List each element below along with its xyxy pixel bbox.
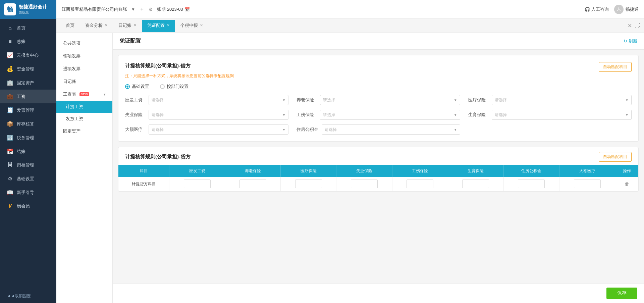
th-daejiliao: 大额医疗 <box>559 165 615 177</box>
service-button[interactable]: 🎧 人工咨询 <box>585 6 609 12</box>
select-shengyu[interactable]: 请选择 ▼ <box>492 110 632 120</box>
submenu-item-sales-invoice[interactable]: 销项发票 <box>56 50 112 62</box>
cancel-fixed-button[interactable]: ◄◄取消固定 <box>0 289 56 303</box>
submenu-item-accrual-salary[interactable]: 计提工资 <box>56 101 112 113</box>
td-yiliao[interactable] <box>281 177 336 191</box>
select-yingfa[interactable]: 请选择 ▼ <box>149 95 288 105</box>
td-zhufang[interactable] <box>503 177 559 191</box>
sidebar-item-tax[interactable]: 🔢 税务管理 <box>0 131 56 145</box>
company-dropdown-icon[interactable]: ▼ <box>131 7 135 12</box>
input-yanglao[interactable] <box>239 180 266 188</box>
select-arrow-icon: ▼ <box>454 113 457 117</box>
sidebar-item-assets[interactable]: 🏢 固定资产 <box>0 76 56 90</box>
auto-match-debit-button[interactable]: 自动匹配科目 <box>599 62 632 72</box>
auto-match-credit-button[interactable]: 自动匹配科目 <box>599 152 632 162</box>
reports-icon: 📈 <box>7 52 13 58</box>
select-arrow-icon: ▼ <box>454 98 457 102</box>
tab-fund-analysis[interactable]: 资金分析 ✕ <box>80 20 113 32</box>
select-yiliao[interactable]: 请选择 ▼ <box>492 95 632 105</box>
settings-icon: ⚙ <box>7 175 13 182</box>
select-zhufang[interactable]: 请选择 ▼ <box>322 124 460 135</box>
input-shengyu[interactable] <box>462 180 489 188</box>
input-yingfa[interactable] <box>184 180 211 188</box>
tax-icon: 🔢 <box>7 135 13 141</box>
user-info[interactable]: 人 畅捷通 <box>614 5 639 14</box>
td-shiye[interactable] <box>336 177 392 191</box>
radio-basic-label: 基础设置 <box>132 84 149 90</box>
sidebar-item-label: 工资 <box>17 94 25 100</box>
topbar-right: 🎧 人工咨询 人 畅捷通 <box>585 5 639 14</box>
submenu-label: 进项发票 <box>63 66 80 72</box>
delete-row-icon[interactable]: 🗑 <box>625 181 629 187</box>
input-daejiliao[interactable] <box>574 180 601 188</box>
settings-gear-icon[interactable]: ⚙ <box>149 7 153 12</box>
input-zhufang[interactable] <box>518 180 545 188</box>
select-shiye[interactable]: 请选择 ▼ <box>149 110 288 120</box>
radio-department[interactable]: 按部门设置 <box>160 84 189 90</box>
input-gongshang[interactable] <box>407 180 433 188</box>
maximize-icon[interactable]: ⛶ <box>635 22 640 29</box>
select-gongshang[interactable]: 请选择 ▼ <box>320 110 460 120</box>
tab-close-icon[interactable]: ✕ <box>200 23 203 28</box>
td-action[interactable]: 🗑 <box>615 177 638 191</box>
select-arrow-icon: ▼ <box>282 98 285 102</box>
sidebar-item-invoice[interactable]: 🧾 发票管理 <box>0 103 56 117</box>
sidebar-item-guide[interactable]: 📖 新手引导 <box>0 186 56 199</box>
close-tab-icon[interactable]: ✕ <box>628 22 632 29</box>
tab-journal-label: 日记账 <box>118 22 131 29</box>
avatar: 人 <box>614 5 624 14</box>
radio-basic[interactable]: 基础设置 <box>125 84 149 90</box>
radio-group-debit: 基础设置 按部门设置 <box>125 84 632 90</box>
select-daejiliao[interactable]: 请选择 ▼ <box>149 124 288 135</box>
tab-close-icon[interactable]: ✕ <box>167 23 170 28</box>
save-button[interactable]: 保存 <box>606 288 637 299</box>
submenu-item-journal[interactable]: 日记账 <box>56 75 112 88</box>
period-value: 2023-03 <box>167 7 183 12</box>
input-yiliao[interactable] <box>295 180 322 188</box>
debit-fields: 应发工资 请选择 ▼ 养老保险 请选择 ▼ <box>125 95 632 135</box>
td-yingfa[interactable] <box>169 177 225 191</box>
submenu-item-public[interactable]: 公共选项 <box>56 37 112 50</box>
tab-tax-report[interactable]: 个税申报 ✕ <box>175 20 208 32</box>
input-shiye[interactable] <box>351 180 378 188</box>
sidebar-item-salary[interactable]: 💼 工资 <box>0 90 56 103</box>
sidebar-item-settings[interactable]: ⚙ 基础设置 <box>0 172 56 186</box>
tab-close-icon[interactable]: ✕ <box>105 23 108 28</box>
tab-voucher-config[interactable]: 凭证配置 ✕ <box>142 20 175 32</box>
sidebar-item-label: 库存核算 <box>17 121 34 127</box>
sidebar-item-inventory[interactable]: 📦 库存核算 <box>0 117 56 131</box>
tab-close-icon[interactable]: ✕ <box>133 23 137 28</box>
td-yanglao[interactable] <box>225 177 281 191</box>
sidebar-item-funds[interactable]: 💰 资金管理 <box>0 62 56 76</box>
refresh-button[interactable]: ↻ 刷新 <box>624 38 637 44</box>
sidebar-item-archive[interactable]: 🗄 归档管理 <box>0 158 56 172</box>
td-shengyu[interactable] <box>448 177 503 191</box>
sidebar-item-ledger[interactable]: ≡ 总账 <box>0 35 56 48</box>
ledger-icon: ≡ <box>7 39 13 45</box>
tab-journal[interactable]: 日记账 ✕ <box>113 20 142 32</box>
logo-icon: 畅 <box>4 3 16 15</box>
sidebar-item-vip[interactable]: V 畅会员 <box>0 199 56 213</box>
calendar-icon[interactable]: 📅 <box>184 7 190 12</box>
expand-icon[interactable]: ▾ <box>104 92 106 97</box>
submenu-item-salary-sheet[interactable]: 工资表 NEW ▾ <box>56 88 112 101</box>
panel-body: 计提核算规则(公司承担)-借方 自动匹配科目 注：只能选择一种方式，系统将按照您… <box>113 50 644 283</box>
salary-icon: 💼 <box>7 93 13 100</box>
sidebar-item-home[interactable]: ⌂ 首页 <box>0 21 56 35</box>
tab-home[interactable]: 首页 <box>60 20 80 32</box>
sidebar-item-reports[interactable]: 📈 云报表中心 <box>0 48 56 62</box>
credit-section-header: 计提核算规则(公司承担)-贷方 自动匹配科目 <box>118 147 638 165</box>
td-gongshang[interactable] <box>392 177 448 191</box>
add-button[interactable]: ＋ <box>139 6 145 13</box>
th-subject: 科目 <box>118 165 169 177</box>
select-shiye-placeholder: 请选择 <box>152 112 164 118</box>
sidebar-item-closing[interactable]: 📅 结账 <box>0 145 56 158</box>
th-zhufang: 住房公积金 <box>503 165 559 177</box>
submenu-item-purchase-invoice[interactable]: 进项发票 <box>56 62 112 75</box>
select-daejiliao-placeholder: 请选择 <box>152 127 164 133</box>
submenu-item-pay-salary[interactable]: 发放工资 <box>56 113 112 125</box>
td-daejiliao[interactable] <box>559 177 615 191</box>
select-zhufang-placeholder: 请选择 <box>325 127 337 133</box>
select-yanglao[interactable]: 请选择 ▼ <box>320 95 460 105</box>
submenu-item-fixed-assets[interactable]: 固定资产 <box>56 125 112 138</box>
